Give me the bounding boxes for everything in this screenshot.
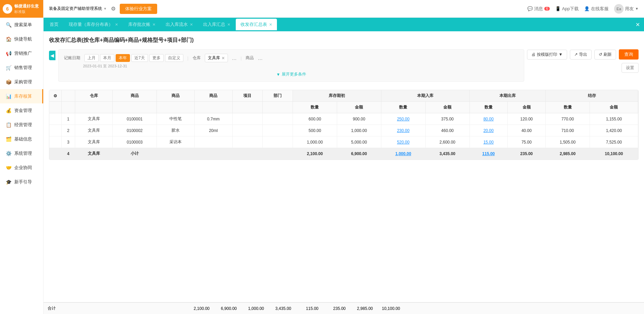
row-opening-qty: 1,000.00 [293, 136, 337, 148]
row-goods-spec [194, 136, 232, 148]
filter-toggle-button[interactable]: ◀ [49, 51, 55, 60]
tab-close-icon[interactable]: ✕ [227, 22, 230, 27]
refresh-icon: ↺ [599, 52, 602, 57]
header-right: 💬 消息 6 📱 App下载 👤 在线客服 Ea 用友 ▼ [527, 4, 639, 14]
row-out-qty-link[interactable]: 15.00 [469, 136, 508, 148]
row-department [263, 125, 293, 136]
date-range-display: 2023-01-01 至 2023-12-31 [64, 64, 518, 69]
export-icon: ↗ [574, 52, 578, 57]
col-closing-amt-header: 金额 [590, 102, 638, 113]
date-btn-this-year[interactable]: 本年 [116, 54, 130, 62]
row-goods-name: 采访本 [157, 136, 194, 148]
col-closing-qty-header: 数量 [546, 102, 590, 113]
online-service-button[interactable]: 👤 在线客服 [584, 6, 609, 12]
row-out-qty-link[interactable]: 20.00 [469, 125, 508, 136]
date-btn-more[interactable]: 更多 [149, 54, 164, 62]
sidebar-item-guide[interactable]: 🎓 新手引导 [0, 175, 43, 189]
subtotal-out-qty[interactable]: 115.00 [469, 148, 508, 160]
date-options: 上月 本月 本年 近7天 更多 自定义 [84, 54, 183, 62]
row-warehouse: 文具库 [75, 113, 113, 125]
app-download-button[interactable]: 📱 App下载 [555, 6, 579, 12]
row-out-qty-link[interactable]: 80.00 [469, 113, 508, 125]
sidebar-item-system[interactable]: ⚙️ 系统管理 [0, 146, 43, 161]
date-btn-custom[interactable]: 自定义 [165, 54, 183, 62]
marketing-icon: 📢 [5, 51, 12, 56]
date-btn-this-month[interactable]: 本月 [100, 54, 114, 62]
sidebar-item-label: 快捷导航 [14, 36, 32, 42]
row-in-qty-link[interactable]: 250.00 [381, 113, 425, 125]
sidebar-item-finance[interactable]: 💰 资金管理 [0, 103, 43, 118]
row-in-amt: 375.00 [425, 113, 469, 125]
warehouse-more[interactable]: ... [232, 55, 236, 61]
row-department [263, 113, 293, 125]
row-in-qty-link[interactable]: 520.00 [381, 136, 425, 148]
sidebar-item-marketing[interactable]: 📢 营销推广 [0, 46, 43, 61]
subtotal-opening-amt: 6,900.00 [337, 148, 381, 160]
tab-inventory-dist[interactable]: 现存量（库存分布表） ✕ [64, 19, 123, 30]
subtotal-in-qty[interactable]: 1,000.00 [381, 148, 425, 160]
warehouse-tag: 文具库 ✕ [205, 54, 228, 62]
tab-flow[interactable]: 出入库流水 ✕ [161, 19, 198, 30]
row-closing-amt: 1,155.00 [590, 113, 638, 125]
refresh-button[interactable]: ↺ 刷新 [594, 50, 616, 60]
tab-close-icon[interactable]: ✕ [190, 22, 193, 27]
tab-batch[interactable]: 库存批次账 ✕ [123, 19, 160, 30]
page-content: 收发存汇总表(按仓库+商品编码+商品+规格型号+项目+部门) ◀ 记账日期 上月… [44, 31, 644, 314]
query-button[interactable]: 查询 [619, 49, 639, 60]
row-in-qty-link[interactable]: 230.00 [381, 125, 425, 136]
row-warehouse: 文具库 [75, 125, 113, 136]
sidebar-item-label: 系统管理 [14, 150, 32, 156]
print-button[interactable]: 🖨 按模版打印 ▼ [527, 50, 567, 60]
user-menu[interactable]: Ea 用友 ▼ [614, 4, 639, 14]
system-title[interactable]: 装备及固定资产辅助管理系统 ▼ [49, 6, 107, 12]
row-goods-spec: 20ml [194, 125, 232, 136]
goods-more[interactable]: ... [258, 55, 262, 61]
row-goods-spec: 0.7mm [194, 113, 232, 125]
sidebar-item-inventory[interactable]: 📊 库存核算 [0, 89, 43, 103]
total-closing-qty: 2,985.00 [350, 306, 377, 311]
trial-button[interactable]: 体验行业方案 [120, 4, 157, 14]
date-btn-last-month[interactable]: 上月 [84, 54, 99, 62]
total-label: 合计 [48, 305, 56, 311]
subtotal-closing-qty: 2,985.00 [546, 148, 590, 160]
sales-icon: 🛒 [5, 65, 12, 70]
tab-recv-summary[interactable]: 收发存汇总表 ✕ [236, 19, 277, 30]
sidebar-item-enterprise[interactable]: 🤝 企业协同 [0, 161, 43, 175]
sidebar-item-search[interactable]: 🔍 搜索菜单 [0, 18, 43, 32]
sidebar-item-purchase[interactable]: 📦 采购管理 [0, 75, 43, 89]
search-icon: 🔍 [5, 22, 12, 28]
subtotal-in-amt: 3,435.00 [425, 148, 469, 160]
expand-icon: ▼ [276, 72, 280, 77]
tab-close-icon[interactable]: ✕ [115, 22, 118, 27]
tab-home[interactable]: 首页 [45, 19, 63, 30]
subtotal-label: 小计 [113, 148, 157, 160]
col-project-header: 项目 [232, 90, 263, 102]
row-project [232, 125, 263, 136]
settings-icon[interactable]: ⚙ [111, 5, 116, 12]
row-closing-amt: 1,420.00 [590, 125, 638, 136]
message-button[interactable]: 💬 消息 6 [527, 6, 550, 12]
tab-summary[interactable]: 出入库汇总 ✕ [198, 19, 235, 30]
export-button[interactable]: ↗ 导出 [570, 50, 592, 60]
col-settings-header[interactable]: ⚙ [49, 90, 62, 102]
tab-close-active-icon[interactable]: ✕ [269, 22, 272, 27]
subtotal-out-amt: 235.00 [508, 148, 546, 160]
row-closing-qty: 770.00 [546, 113, 590, 125]
row-in-amt: 2,600.00 [425, 136, 469, 148]
row-opening-amt: 1,000.00 [337, 125, 381, 136]
sidebar-item-sales[interactable]: 🛒 销售管理 [0, 61, 43, 75]
subtotal-no: 4 [62, 148, 75, 160]
collapse-icon: ◀ [50, 53, 54, 58]
col-opening-qty-header: 数量 [293, 102, 337, 113]
row-opening-qty: 500.00 [293, 125, 337, 136]
tab-close-icon[interactable]: ✕ [152, 22, 155, 27]
purchase-icon: 📦 [5, 79, 12, 85]
tab-bar-close-button[interactable]: ✕ [633, 20, 643, 29]
sidebar-item-quick[interactable]: 🏠 快捷导航 [0, 32, 43, 46]
warehouse-tag-close[interactable]: ✕ [221, 56, 225, 61]
sidebar-item-operations[interactable]: 📋 经营管理 [0, 118, 43, 132]
settings-button[interactable]: 设置 [622, 63, 639, 73]
sidebar-item-basic[interactable]: 🗂️ 基础信息 [0, 132, 43, 146]
filter-expand-button[interactable]: ▼ 展开更多条件 [64, 71, 518, 77]
date-btn-7days[interactable]: 近7天 [131, 54, 148, 62]
